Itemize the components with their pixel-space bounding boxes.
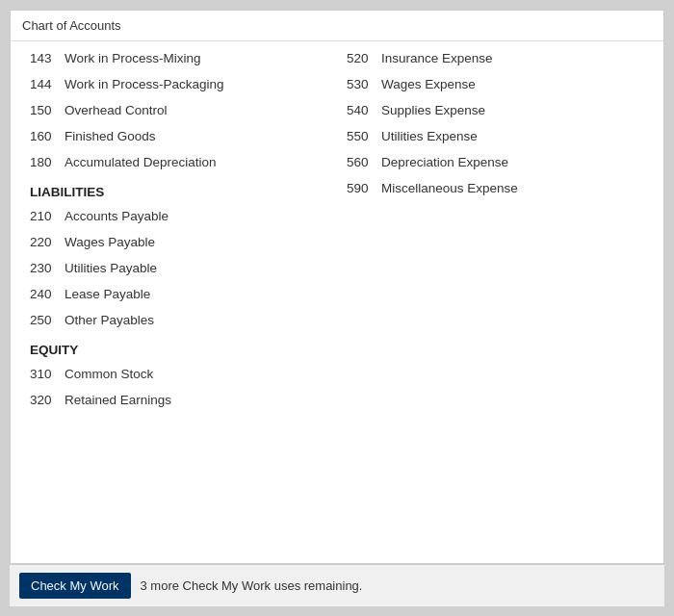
account-name: Wages Payable <box>65 235 155 249</box>
account-item: 310Common Stock <box>30 367 327 381</box>
account-name: Lease Payable <box>65 287 150 301</box>
account-name: Utilities Payable <box>65 261 157 275</box>
account-item: 590Miscellaneous Expense <box>347 181 644 195</box>
left-column: 143Work in Process-Mixing144Work in Proc… <box>30 51 347 553</box>
account-item: 520Insurance Expense <box>347 51 644 65</box>
account-number: 590 <box>347 181 381 195</box>
expense-list: 520Insurance Expense530Wages Expense540S… <box>347 51 644 195</box>
account-number: 310 <box>30 367 65 381</box>
account-number: 240 <box>30 287 65 301</box>
account-name: Work in Process-Packaging <box>65 77 224 91</box>
account-name: Overhead Control <box>65 103 168 117</box>
account-number: 180 <box>30 155 65 169</box>
account-number: 220 <box>30 235 65 249</box>
account-item: 540Supplies Expense <box>347 103 644 117</box>
account-name: Utilities Expense <box>381 129 478 143</box>
account-number: 540 <box>347 103 381 117</box>
account-number: 520 <box>347 51 381 65</box>
check-my-work-button[interactable]: Check My Work <box>19 573 131 599</box>
account-number: 560 <box>347 155 381 169</box>
footer-remaining-text: 3 more Check My Work uses remaining. <box>141 578 363 593</box>
account-item: 144Work in Process-Packaging <box>30 77 327 91</box>
account-name: Finished Goods <box>65 129 156 143</box>
account-item: 230Utilities Payable <box>30 261 327 275</box>
chart-of-accounts-panel: Chart of Accounts 143Work in Process-Mix… <box>10 10 664 564</box>
account-item: 150Overhead Control <box>30 103 327 117</box>
account-number: 230 <box>30 261 65 275</box>
account-name: Accumulated Depreciation <box>65 155 217 169</box>
account-number: 210 <box>30 209 65 223</box>
account-item: 210Accounts Payable <box>30 209 327 223</box>
account-item: 250Other Payables <box>30 313 327 327</box>
account-name: Miscellaneous Expense <box>381 181 518 195</box>
section-heading: LIABILITIES <box>30 185 327 199</box>
account-number: 550 <box>347 129 381 143</box>
account-number: 320 <box>30 393 65 407</box>
account-name: Work in Process-Mixing <box>65 51 201 65</box>
accounts-body: 143Work in Process-Mixing144Work in Proc… <box>11 41 663 563</box>
account-name: Supplies Expense <box>381 103 485 117</box>
right-column: 520Insurance Expense530Wages Expense540S… <box>347 51 644 553</box>
account-number: 144 <box>30 77 65 91</box>
account-name: Insurance Expense <box>381 51 493 65</box>
equity-section: EQUITY310Common Stock320Retained Earning… <box>30 343 327 407</box>
account-name: Wages Expense <box>381 77 476 91</box>
account-item: 180Accumulated Depreciation <box>30 155 327 169</box>
footer-bar: Check My Work 3 more Check My Work uses … <box>10 564 664 606</box>
section-heading: EQUITY <box>30 343 327 357</box>
account-item: 530Wages Expense <box>347 77 644 91</box>
account-number: 150 <box>30 103 65 117</box>
account-item: 160Finished Goods <box>30 129 327 143</box>
account-name: Other Payables <box>65 313 154 327</box>
account-name: Retained Earnings <box>65 393 171 407</box>
account-name: Accounts Payable <box>65 209 168 223</box>
account-item: 240Lease Payable <box>30 287 327 301</box>
account-number: 250 <box>30 313 65 327</box>
panel-title: Chart of Accounts <box>11 11 663 41</box>
account-item: 560Depreciation Expense <box>347 155 644 169</box>
account-name: Common Stock <box>65 367 153 381</box>
account-number: 530 <box>347 77 381 91</box>
account-name: Depreciation Expense <box>381 155 508 169</box>
account-item: 320Retained Earnings <box>30 393 327 407</box>
assets-list: 143Work in Process-Mixing144Work in Proc… <box>30 51 327 169</box>
account-number: 143 <box>30 51 65 65</box>
account-item: 143Work in Process-Mixing <box>30 51 327 65</box>
liabilities-section: LIABILITIES210Accounts Payable220Wages P… <box>30 185 327 327</box>
account-item: 220Wages Payable <box>30 235 327 249</box>
account-item: 550Utilities Expense <box>347 129 644 143</box>
account-number: 160 <box>30 129 65 143</box>
